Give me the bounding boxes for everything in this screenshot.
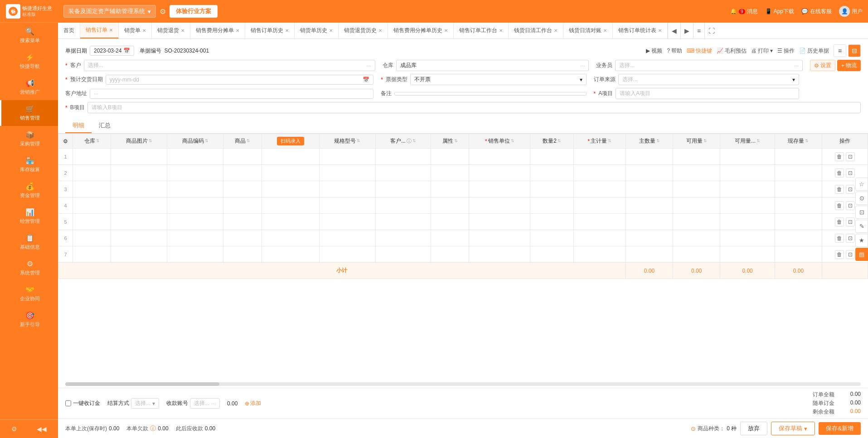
tab-home[interactable]: 首页: [58, 23, 80, 39]
grid-view-btn[interactable]: ⊟: [848, 44, 861, 57]
sidebar-item-guide[interactable]: 🎯 新手引导: [0, 307, 58, 332]
help-btn[interactable]: ? 帮助: [667, 47, 682, 55]
tab-sales-return-close[interactable]: ✕: [181, 28, 184, 33]
sort-main-unit[interactable]: ⇅: [608, 139, 611, 143]
tab-sales-order-close[interactable]: ✕: [109, 28, 113, 33]
tab-sales-return[interactable]: 销货退货 ✕: [152, 23, 190, 39]
row-delete-5[interactable]: 🗑: [835, 217, 844, 226]
tab-sales-history-close[interactable]: ✕: [285, 28, 289, 33]
row-copy-6[interactable]: ⊡: [846, 234, 855, 243]
auto-settle-check[interactable]: [65, 400, 71, 406]
a-project-input[interactable]: 请输入A项目: [616, 88, 799, 99]
salesperson-input[interactable]: 选择... ···: [615, 60, 803, 71]
tab-invoice-history-close[interactable]: ✕: [329, 28, 333, 33]
shortcut-btn[interactable]: ⌨ 快捷键: [687, 47, 712, 55]
row-delete-6[interactable]: 🗑: [835, 234, 844, 243]
sidebar-item-system[interactable]: ⚙ 系统管理: [0, 255, 58, 281]
list-view-btn[interactable]: ≡: [834, 44, 846, 57]
app-download-btn[interactable]: 📱 App下载: [765, 8, 794, 15]
tab-prev-btn[interactable]: ◀: [668, 23, 680, 39]
view-btn[interactable]: ▶ 视频: [646, 47, 662, 55]
tab-workbench-close[interactable]: ✕: [499, 28, 503, 33]
delivery-date-input[interactable]: yyyy-mm-dd 📅: [106, 75, 373, 85]
row-delete-3[interactable]: 🗑: [835, 185, 844, 194]
row-copy-5[interactable]: ⊡: [846, 217, 855, 226]
sort-image[interactable]: ⇅: [149, 139, 152, 143]
tab-fee-history-close[interactable]: ✕: [444, 28, 448, 33]
float-btn-5[interactable]: ★: [855, 234, 868, 247]
float-btn-2[interactable]: ⊙: [855, 192, 868, 205]
sort-customer-code[interactable]: ⇅: [412, 139, 416, 143]
sort-attr[interactable]: ⇅: [454, 139, 458, 143]
sidebar-item-search[interactable]: 🔍 搜索菜单: [0, 23, 58, 48]
sort-warehouse[interactable]: ⇅: [96, 139, 100, 143]
order-source-select[interactable]: 选择... ▾: [618, 74, 799, 85]
tab-stats-close[interactable]: ✕: [658, 28, 662, 33]
doc-date-input[interactable]: 2023-03-24 📅: [90, 46, 134, 56]
invoice-type-select[interactable]: 不开票 ▾: [410, 74, 587, 85]
tab-fullscreen-btn[interactable]: ⛶: [704, 23, 718, 39]
sidebar-item-basic[interactable]: 📋 基础信息: [0, 229, 58, 255]
tab-sales-fee-close[interactable]: ✕: [236, 28, 239, 33]
online-service-btn[interactable]: 💬 在线客服: [801, 8, 832, 15]
float-btn-1[interactable]: ☆: [855, 178, 868, 191]
settle-method-select[interactable]: 选择... ▾: [131, 398, 159, 409]
row-delete-1[interactable]: 🗑: [835, 152, 844, 161]
row-copy-2[interactable]: ⊡: [846, 168, 855, 178]
tab-stats[interactable]: 销售订单统计表 ✕: [613, 23, 668, 39]
add-product-btn[interactable]: + 物流: [837, 60, 861, 71]
settings-corner-btn[interactable]: ⚙ ⚙ 设置 设置: [810, 60, 835, 71]
add-account-btn[interactable]: ⊕ 添加: [245, 399, 261, 407]
sidebar-item-quicknav[interactable]: ⚡ 快捷导航: [0, 48, 58, 74]
tab-reconcile[interactable]: 钱货日清对账 ✕: [563, 23, 613, 39]
header-settings-btn[interactable]: ⚙: [160, 7, 166, 16]
tab-return-history-close[interactable]: ✕: [378, 28, 382, 33]
sidebar-item-purchase[interactable]: 📦 采购管理: [0, 126, 58, 152]
th-gear[interactable]: ⚙: [58, 134, 73, 149]
sort-code[interactable]: ⇅: [205, 139, 209, 143]
ops-btn[interactable]: ☰ 操作: [777, 47, 795, 55]
row-copy-3[interactable]: ⊡: [846, 185, 855, 194]
tab-sales-history[interactable]: 销售订单历史 ✕: [245, 23, 295, 39]
system-title-selector[interactable]: 装备及固定资产辅助管理系统 ▾: [63, 5, 156, 18]
sort-unit[interactable]: ⇅: [511, 139, 514, 143]
tab-workbench[interactable]: 销售订单工作台 ✕: [454, 23, 509, 39]
sidebar-item-marketing[interactable]: 📢 营销推广: [0, 74, 58, 100]
sub-tab-summary[interactable]: 汇总: [92, 119, 118, 133]
sort-product[interactable]: ⇅: [247, 139, 250, 143]
tab-next-btn[interactable]: ▶: [680, 23, 693, 39]
float-btn-6[interactable]: ▤: [855, 248, 868, 261]
sub-tab-detail[interactable]: 明细: [65, 119, 92, 133]
sort-spec[interactable]: ⇅: [357, 139, 360, 143]
scan-enter-btn[interactable]: 扫码录入: [277, 137, 304, 145]
sort-qty2[interactable]: ⇅: [558, 139, 561, 143]
row-copy-7[interactable]: ⊡: [846, 250, 855, 259]
sidebar-collapse-btn[interactable]: ◀◀: [35, 424, 48, 434]
account-select[interactable]: 选择... ···: [190, 398, 220, 409]
save-new-btn[interactable]: 保存&新增: [819, 422, 861, 435]
sort-current[interactable]: ⇅: [805, 139, 809, 143]
b-project-input[interactable]: 请输入B项目: [87, 102, 861, 113]
print-btn[interactable]: 🖨 打印 ▾: [751, 47, 773, 55]
float-btn-3[interactable]: ⊡: [855, 206, 868, 219]
tab-fee-history[interactable]: 销售费用分摊单历史 ✕: [388, 23, 454, 39]
tab-sales-fee[interactable]: 销售费用分摊单 ✕: [190, 23, 245, 39]
tab-reconcile-close[interactable]: ✕: [603, 28, 607, 33]
tab-return-history[interactable]: 销货退货历史 ✕: [339, 23, 388, 39]
notification-btn[interactable]: 🔔 9 消息: [730, 8, 758, 15]
sidebar-item-sales[interactable]: 🛒 销售管理: [0, 100, 58, 126]
float-btn-4[interactable]: ✎: [855, 220, 868, 233]
auto-settle-checkbox[interactable]: 一键收订金: [65, 399, 100, 407]
tab-sales-order[interactable]: 销售订单 ✕: [80, 23, 119, 39]
row-delete-4[interactable]: 🗑: [835, 201, 844, 210]
sidebar-item-enterprise[interactable]: 🤝 企业协同: [0, 281, 58, 307]
row-delete-2[interactable]: 🗑: [835, 168, 844, 178]
tab-sales-invoice-close[interactable]: ✕: [142, 28, 146, 33]
sidebar-item-inventory[interactable]: 🏪 库存核算: [0, 152, 58, 178]
sort-main-qty[interactable]: ⇅: [656, 139, 660, 143]
save-draft-btn[interactable]: 保存草稿 ▾: [771, 422, 815, 435]
sidebar-settings-btn[interactable]: ⚙: [10, 424, 19, 434]
sort-available2[interactable]: ⇅: [756, 139, 760, 143]
row-delete-7[interactable]: 🗑: [835, 250, 844, 259]
sidebar-item-operations[interactable]: 📊 经营管理: [0, 203, 58, 229]
